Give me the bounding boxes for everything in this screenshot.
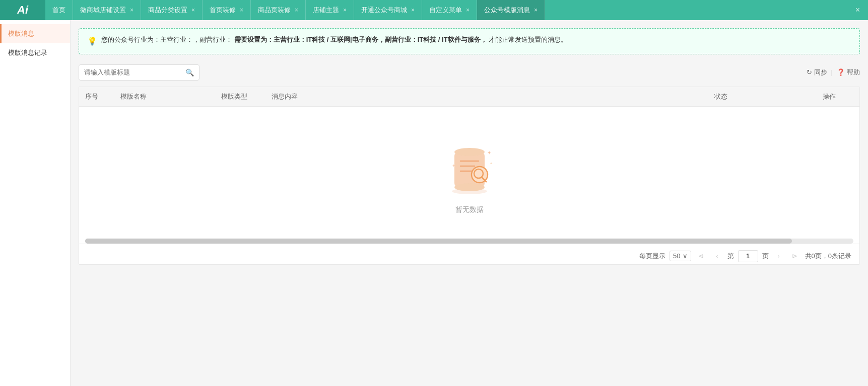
svg-point-2 [454, 148, 485, 156]
total-info: 共0页，0条记录 [805, 252, 851, 261]
col-status: 状态 [708, 87, 799, 106]
nav-tab-8[interactable]: 公众号模版消息× [477, 0, 545, 20]
top-navigation: Ai 首页微商城店铺设置×商品分类设置×首页装修×商品页装修×店铺主题×开通公众… [0, 0, 868, 20]
col-seq: 序号 [79, 87, 114, 106]
nav-tab-0[interactable]: 首页 [45, 0, 73, 20]
col-name: 模版名称 [114, 87, 215, 106]
chevron-down-icon: ∨ [683, 252, 688, 260]
nav-tab-1[interactable]: 微商城店铺设置× [73, 0, 141, 20]
col-content: 消息内容 [265, 87, 708, 106]
page-size-label: 每页显示 [639, 252, 665, 261]
empty-state: ✦ ✦ ✦ 暂无数据 [79, 107, 859, 235]
notice-text: 您的公众号行业为：主营行业：，副营行业： 需要设置为：主营行业：IT科技 / 互… [101, 35, 567, 45]
nav-tab-close-4[interactable]: × [295, 7, 298, 14]
page-number-input[interactable] [738, 250, 758, 262]
search-bar: 🔍 ↻ 同步 | ❓ 帮助 [79, 64, 860, 81]
content-area: 💡 您的公众号行业为：主营行业：，副营行业： 需要设置为：主营行业：IT科技 /… [71, 20, 868, 386]
nav-tab-close-3[interactable]: × [240, 7, 243, 14]
sidebar-item-1[interactable]: 模版消息记录 [0, 43, 70, 62]
nav-tab-close-1[interactable]: × [130, 7, 133, 14]
nav-tab-4[interactable]: 商品页装修× [251, 0, 306, 20]
next-page-button[interactable]: › [773, 250, 785, 262]
sidebar-item-0[interactable]: 模版消息 [0, 24, 70, 43]
page-word: 第 [727, 252, 734, 261]
nav-tab-close-6[interactable]: × [411, 7, 415, 14]
col-action: 操作 [799, 87, 859, 106]
nav-tab-2[interactable]: 商品分类设置× [141, 0, 203, 20]
divider: | [831, 68, 833, 76]
nav-tabs: 首页微商城店铺设置×商品分类设置×首页装修×商品页装修×店铺主题×开通公众号商城… [45, 0, 847, 20]
help-button[interactable]: ❓ 帮助 [837, 68, 860, 77]
nav-tab-close-2[interactable]: × [191, 7, 195, 14]
nav-tab-3[interactable]: 首页装修× [203, 0, 251, 20]
nav-tab-close-7[interactable]: × [466, 7, 470, 14]
svg-text:✦: ✦ [487, 150, 491, 156]
page-size-select[interactable]: 50 ∨ [670, 251, 691, 261]
horizontal-scrollbar[interactable] [79, 235, 859, 244]
last-page-button[interactable]: ⊳ [789, 250, 801, 262]
search-input[interactable] [84, 68, 185, 76]
empty-illustration: ✦ ✦ ✦ [439, 137, 500, 197]
close-all-button[interactable]: × [847, 6, 868, 15]
lightbulb-icon: 💡 [87, 35, 97, 48]
search-actions: ↻ 同步 | ❓ 帮助 [807, 68, 860, 77]
logo: Ai [0, 0, 45, 20]
nav-tab-close-8[interactable]: × [534, 7, 538, 14]
nav-tab-7[interactable]: 自定义菜单× [422, 0, 477, 20]
help-icon: ❓ [837, 68, 845, 76]
col-type: 模版类型 [215, 87, 265, 106]
page-unit: 页 [762, 252, 769, 261]
nav-tab-5[interactable]: 店铺主题× [306, 0, 354, 20]
prev-page-button[interactable]: ‹ [711, 250, 723, 262]
svg-text:✦: ✦ [490, 162, 493, 165]
pagination: 每页显示 50 ∨ ⊲ ‹ 第 页 › ⊳ 共0页，0条记录 [79, 244, 859, 264]
search-icon[interactable]: 🔍 [185, 68, 194, 76]
nav-tab-6[interactable]: 开通公众号商城× [354, 0, 422, 20]
nav-tab-close-5[interactable]: × [343, 7, 347, 14]
table-header: 序号 模版名称 模版类型 消息内容 状态 操作 [79, 87, 859, 107]
notice-box: 💡 您的公众号行业为：主营行业：，副营行业： 需要设置为：主营行业：IT科技 /… [79, 28, 860, 54]
data-table: 序号 模版名称 模版类型 消息内容 状态 操作 [79, 87, 860, 265]
sync-icon: ↻ [807, 68, 812, 76]
empty-text: 暂无数据 [455, 205, 484, 214]
first-page-button[interactable]: ⊲ [695, 250, 707, 262]
main-layout: 模版消息模版消息记录 💡 您的公众号行业为：主营行业：，副营行业： 需要设置为：… [0, 20, 868, 386]
search-input-wrap[interactable]: 🔍 [79, 64, 199, 81]
sync-button[interactable]: ↻ 同步 [807, 68, 827, 77]
svg-text:✦: ✦ [452, 164, 455, 168]
sidebar: 模版消息模版消息记录 [0, 20, 71, 386]
svg-point-3 [454, 183, 485, 191]
